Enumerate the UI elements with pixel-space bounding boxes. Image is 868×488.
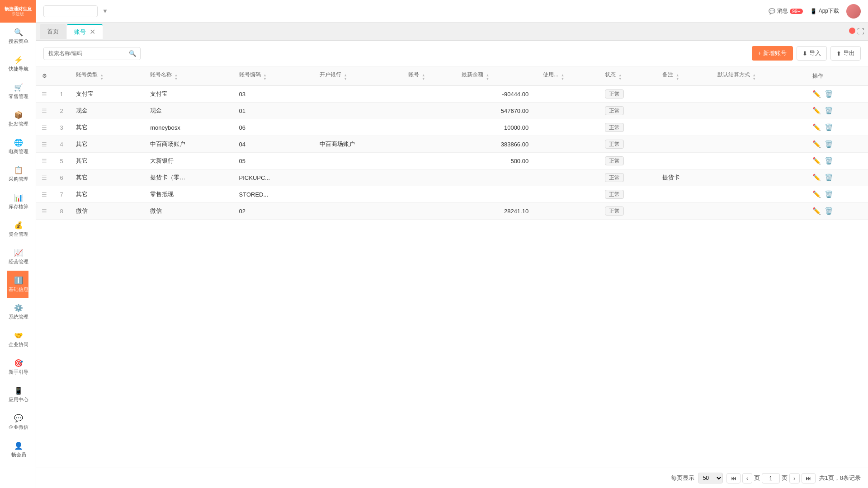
search-button[interactable]: 🔍 bbox=[125, 47, 140, 60]
tab-close-account[interactable]: ✕ bbox=[90, 28, 95, 36]
delete-icon-0[interactable]: 🗑️ bbox=[825, 90, 833, 98]
sidebar-icon-search-menu: 🔍 bbox=[14, 28, 23, 37]
row-balance-0: -90444.00 bbox=[456, 86, 538, 103]
delete-icon-4[interactable]: 🗑️ bbox=[825, 157, 833, 165]
row-type-1: 现金 bbox=[71, 103, 145, 119]
row-settings-6[interactable]: ☰ bbox=[36, 186, 52, 203]
account-search-input[interactable] bbox=[44, 47, 125, 59]
sort-arrows-remark: ▲▼ bbox=[676, 74, 679, 81]
row-index-0: 1 bbox=[52, 86, 71, 103]
sidebar-item-new-guide[interactable]: 🎯新手引导 bbox=[7, 353, 28, 381]
sidebar-item-wholesale-mgmt[interactable]: 📦批发管理 bbox=[7, 105, 28, 133]
edit-icon-5[interactable]: ✏️ bbox=[812, 174, 821, 182]
row-remark-3 bbox=[657, 136, 712, 153]
sidebar-item-enterprise-wechat[interactable]: 💬企业微信 bbox=[7, 408, 28, 436]
sidebar-item-ecom-mgmt[interactable]: 🌐电商管理 bbox=[7, 133, 28, 160]
tab-home[interactable]: 首页 bbox=[40, 24, 66, 39]
sidebar-item-search-menu[interactable]: 🔍搜索菜单 bbox=[7, 23, 28, 50]
sidebar-item-purchase-mgmt[interactable]: 📋采购管理 bbox=[7, 160, 28, 188]
col-header-account-type[interactable]: 账号类型 ▲▼ bbox=[71, 66, 145, 86]
add-account-button[interactable]: + 新增账号 bbox=[752, 46, 793, 61]
col-header-account-code[interactable]: 账号编码 ▲▼ bbox=[234, 66, 314, 86]
row-action-3: ✏️ 🗑️ bbox=[807, 136, 868, 153]
col-header-balance[interactable]: 最新余额 ▲▼ bbox=[456, 66, 538, 86]
sidebar-item-fund-mgmt[interactable]: 💰资金管理 bbox=[7, 216, 28, 243]
delete-icon-6[interactable]: 🗑️ bbox=[825, 190, 833, 198]
row-settings-1[interactable]: ☰ bbox=[36, 103, 52, 119]
col-header-action: 操作 bbox=[807, 66, 868, 86]
topbar-dropdown-icon[interactable]: ▼ bbox=[102, 8, 108, 14]
window-controls: ⛶ bbox=[849, 28, 864, 36]
row-name-2: moneybosx bbox=[145, 119, 233, 136]
sidebar-item-biz-mgmt[interactable]: 📈经营管理 bbox=[7, 243, 28, 271]
sidebar-item-inventory[interactable]: 📊库存核算 bbox=[7, 188, 28, 216]
row-settlement-3 bbox=[712, 136, 807, 153]
sidebar-item-enterprise-agreement[interactable]: 🤝企业协同 bbox=[7, 326, 28, 353]
row-settings-3[interactable]: ☰ bbox=[36, 136, 52, 153]
topbar-search-input[interactable] bbox=[43, 5, 98, 17]
col-header-status[interactable]: 状态 ▲▼ bbox=[599, 66, 657, 86]
col-header-account-name[interactable]: 账号名称 ▲▼ bbox=[145, 66, 233, 86]
sidebar-item-quick-nav[interactable]: ⚡快捷导航 bbox=[7, 50, 28, 78]
sidebar-item-basic-info[interactable]: ℹ️基础信息 bbox=[7, 271, 28, 298]
page-first-button[interactable]: ⏮ bbox=[726, 473, 741, 483]
edit-icon-1[interactable]: ✏️ bbox=[812, 107, 821, 115]
tab-account[interactable]: 账号✕ bbox=[67, 24, 103, 39]
account-table-wrap: ⚙ 账号类型 ▲▼ 账号名称 ▲▼ 账号编码 ▲▼ bbox=[36, 66, 868, 468]
export-button[interactable]: ⬆ 导出 bbox=[830, 46, 861, 61]
col-header-default-settlement[interactable]: 默认结算方式 ▲▼ bbox=[712, 66, 807, 86]
sort-arrows-type: ▲▼ bbox=[100, 74, 104, 81]
app-download-button[interactable]: 📱 App下载 bbox=[810, 7, 839, 15]
sort-arrows-usage: ▲▼ bbox=[561, 74, 565, 81]
import-button[interactable]: ⬇ 导入 bbox=[797, 46, 827, 61]
sidebar-item-sys-mgmt[interactable]: ⚙️系统管理 bbox=[7, 298, 28, 326]
delete-icon-5[interactable]: 🗑️ bbox=[825, 174, 833, 182]
sidebar-icon-inventory: 📊 bbox=[14, 193, 23, 202]
edit-icon-3[interactable]: ✏️ bbox=[812, 140, 821, 148]
sort-arrows-status: ▲▼ bbox=[618, 74, 622, 81]
sidebar-label-search-menu: 搜索菜单 bbox=[9, 38, 28, 45]
col-header-usage[interactable]: 使用... ▲▼ bbox=[538, 66, 599, 86]
maximize-icon[interactable]: ⛶ bbox=[857, 28, 864, 36]
page-of-label: 页 bbox=[782, 474, 788, 482]
row-code-2: 06 bbox=[234, 119, 314, 136]
row-settings-7[interactable]: ☰ bbox=[36, 203, 52, 220]
sidebar-item-retail-mgmt[interactable]: 🛒零售管理 bbox=[7, 78, 28, 105]
delete-icon-7[interactable]: 🗑️ bbox=[825, 207, 833, 215]
delete-icon-1[interactable]: 🗑️ bbox=[825, 107, 833, 115]
col-header-account-no[interactable]: 账号 ▲▼ bbox=[403, 66, 456, 86]
row-settings-0[interactable]: ☰ bbox=[36, 86, 52, 103]
app-download-label: App下载 bbox=[819, 7, 839, 15]
page-next-button[interactable]: › bbox=[789, 473, 799, 483]
edit-icon-6[interactable]: ✏️ bbox=[812, 190, 821, 198]
row-balance-5 bbox=[456, 169, 538, 186]
sidebar-item-app-center[interactable]: 📱应用中心 bbox=[7, 381, 28, 408]
delete-icon-2[interactable]: 🗑️ bbox=[825, 123, 833, 131]
tab-label-account: 账号 bbox=[74, 28, 86, 36]
edit-icon-2[interactable]: ✏️ bbox=[812, 123, 821, 131]
page-size-select[interactable]: 50 100 200 bbox=[698, 473, 723, 483]
edit-icon-4[interactable]: ✏️ bbox=[812, 157, 821, 165]
col-header-remark[interactable]: 备注 ▲▼ bbox=[657, 66, 712, 86]
sidebar-item-member[interactable]: 👤畅会员 bbox=[7, 436, 28, 464]
col-header-settings[interactable]: ⚙ bbox=[36, 66, 52, 86]
row-settings-4[interactable]: ☰ bbox=[36, 153, 52, 169]
row-settlement-2 bbox=[712, 119, 807, 136]
row-index-4: 5 bbox=[52, 153, 71, 169]
edit-icon-7[interactable]: ✏️ bbox=[812, 207, 821, 215]
col-header-bank[interactable]: 开户银行 ▲▼ bbox=[314, 66, 403, 86]
row-code-6: STORED... bbox=[234, 186, 314, 203]
user-avatar[interactable] bbox=[846, 4, 861, 19]
page-last-button[interactable]: ⏭ bbox=[802, 473, 816, 483]
page-size-label: 每页显示 bbox=[671, 474, 694, 482]
page-prev-button[interactable]: ‹ bbox=[742, 473, 752, 483]
row-settings-5[interactable]: ☰ bbox=[36, 169, 52, 186]
edit-icon-0[interactable]: ✏️ bbox=[812, 90, 821, 98]
page-number-input[interactable] bbox=[762, 473, 780, 483]
delete-icon-3[interactable]: 🗑️ bbox=[825, 140, 833, 148]
message-button[interactable]: 💬 消息 99+ bbox=[769, 7, 803, 15]
row-settings-2[interactable]: ☰ bbox=[36, 119, 52, 136]
close-window-icon[interactable] bbox=[849, 28, 855, 34]
tab-label-home: 首页 bbox=[47, 28, 59, 36]
row-account-no-2 bbox=[403, 119, 456, 136]
